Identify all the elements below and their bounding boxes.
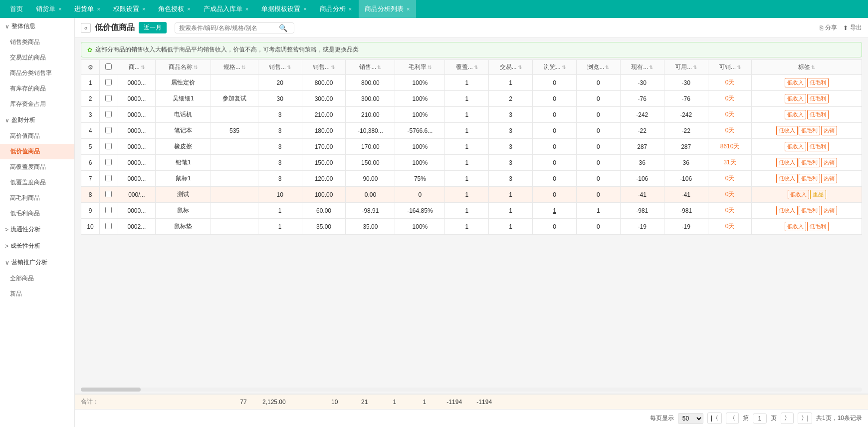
sort-icon[interactable]: ⇅	[287, 64, 291, 70]
sidebar-item-销售类商品[interactable]: 销售类商品	[0, 34, 74, 50]
sidebar-item-新品[interactable]: 新品	[0, 286, 74, 302]
col-header-trade[interactable]: 交易...⇅	[489, 60, 533, 75]
nav-item-首页[interactable]: 首页	[4, 0, 29, 18]
settings-icon[interactable]: ⚙	[88, 64, 93, 71]
scrollbar-thumb[interactable]	[81, 388, 141, 392]
filter-button[interactable]: 近一月	[139, 22, 167, 33]
nav-close-icon[interactable]: ×	[142, 6, 145, 12]
row-select-checkbox[interactable]	[105, 143, 112, 149]
row-select-checkbox[interactable]	[105, 191, 112, 197]
sort-icon[interactable]: ⇅	[241, 64, 245, 70]
row-select-checkbox[interactable]	[105, 175, 112, 181]
first-page-button[interactable]: |〈	[707, 413, 722, 424]
nav-item-角色授权[interactable]: 角色授权×	[152, 0, 196, 18]
col-header-sale2[interactable]: 销售...⇅	[302, 60, 346, 75]
sidebar-group-成长性分析[interactable]: >成长性分析	[0, 238, 74, 254]
search-icon[interactable]: 🔍	[279, 24, 287, 32]
col-header-browse2[interactable]: 浏览...⇅	[577, 60, 621, 75]
export-button[interactable]: ⬆ 导出	[843, 23, 862, 32]
sort-icon[interactable]: ⇅	[474, 64, 478, 70]
sort-icon[interactable]: ⇅	[141, 64, 145, 70]
nav-close-icon[interactable]: ×	[97, 6, 100, 12]
table-row: 30000...电话机3210.00210.00100%1300-242-242…	[81, 107, 862, 123]
nav-close-icon[interactable]: ×	[407, 6, 410, 12]
row-select-checkbox[interactable]	[105, 111, 112, 117]
sidebar-group-营销推广分析[interactable]: ∨营销推广分析	[0, 254, 74, 271]
row-select-checkbox[interactable]	[105, 207, 112, 213]
sidebar-item-高毛利商品[interactable]: 高毛利商品	[0, 190, 74, 206]
col-header-tags[interactable]: 标签⇅	[752, 60, 862, 75]
sidebar-item-低覆盖度商品[interactable]: 低覆盖度商品	[0, 175, 74, 190]
row-select-checkbox[interactable]	[105, 223, 112, 229]
row-select-checkbox[interactable]	[105, 159, 112, 165]
sidebar-item-低毛利商品[interactable]: 低毛利商品	[0, 206, 74, 221]
row-select-checkbox[interactable]	[105, 95, 112, 101]
select-all-checkbox[interactable]	[105, 63, 112, 70]
row-select-checkbox[interactable]	[105, 79, 112, 85]
sort-icon[interactable]: ⇅	[649, 64, 653, 70]
sidebar-item-商品分类销售率[interactable]: 商品分类销售率	[0, 65, 74, 81]
sidebar-item-高覆盖度商品[interactable]: 高覆盖度商品	[0, 159, 74, 175]
sidebar-item-低价值商品[interactable]: 低价值商品	[0, 144, 74, 159]
col-header-name[interactable]: 商品名称⇅	[156, 60, 211, 75]
col-header-grossRate[interactable]: 毛利率⇅	[395, 60, 445, 75]
nav-item-进货单[interactable]: 进货单×	[68, 0, 106, 18]
sidebar-group-整体信息[interactable]: ∨整体信息	[0, 18, 74, 34]
sort-icon[interactable]: ⇅	[605, 64, 609, 70]
sidebar-item-库存资金占用[interactable]: 库存资金占用	[0, 96, 74, 112]
col-header-checkbox[interactable]	[100, 60, 118, 75]
sidebar-item-交易过的商品[interactable]: 交易过的商品	[0, 50, 74, 65]
col-header-sale1[interactable]: 销售...⇅	[258, 60, 302, 75]
row-sale2: 150.00	[302, 155, 346, 171]
nav-close-icon[interactable]: ×	[349, 6, 352, 12]
tag-低毛利: 低毛利	[799, 174, 820, 183]
last-page-button[interactable]: 〉|	[798, 413, 812, 424]
nav-item-商品分析[interactable]: 商品分析×	[314, 0, 358, 18]
sort-icon[interactable]: ⇅	[518, 64, 522, 70]
sort-icon[interactable]: ⇅	[693, 64, 697, 70]
sidebar-group-盈财分析[interactable]: ∨盈财分析	[0, 112, 74, 128]
sidebar-item-全部商品[interactable]: 全部商品	[0, 271, 74, 286]
next-page-button[interactable]: 〉	[781, 413, 794, 424]
nav-item-商品分析列表[interactable]: 商品分析列表×	[359, 0, 416, 18]
sort-icon[interactable]: ⇅	[562, 64, 566, 70]
nav-close-icon[interactable]: ×	[245, 6, 248, 12]
per-page-select[interactable]: 50 100 200	[678, 413, 703, 424]
nav-close-icon[interactable]: ×	[303, 6, 306, 12]
browse-link[interactable]: 1	[553, 207, 556, 214]
sort-icon[interactable]: ⇅	[737, 64, 741, 70]
sidebar-group-流通性分析[interactable]: >流通性分析	[0, 221, 74, 238]
col-header-code[interactable]: 商...⇅	[118, 60, 156, 75]
col-header-current[interactable]: 现有...⇅	[620, 60, 664, 75]
prev-page-button[interactable]: 〈	[726, 413, 739, 424]
nav-item-产成品入库单[interactable]: 产成品入库单×	[198, 0, 254, 18]
sort-icon[interactable]: ⇅	[194, 64, 198, 70]
col-header-settings[interactable]: ⚙	[81, 60, 100, 75]
col-header-coverage[interactable]: 覆盖...⇅	[445, 60, 489, 75]
nav-close-icon[interactable]: ×	[58, 6, 61, 12]
sort-icon[interactable]: ⇅	[428, 64, 432, 70]
table-container[interactable]: ⚙商...⇅商品名称⇅规格...⇅销售...⇅销售...⇅销售...⇅毛利率⇅覆…	[75, 59, 868, 388]
collapse-sidebar-button[interactable]: «	[81, 23, 91, 33]
row-browse1: 0	[533, 75, 577, 91]
col-header-spec[interactable]: 规格...⇅	[211, 60, 258, 75]
nav-item-权限设置[interactable]: 权限设置×	[107, 0, 151, 18]
col-header-browse1[interactable]: 浏览...⇅	[533, 60, 577, 75]
nav-close-icon[interactable]: ×	[187, 6, 190, 12]
table-row: 10000...属性定价20800.00800.00100%1100-30-30…	[81, 75, 862, 91]
sidebar-item-高价值商品[interactable]: 高价值商品	[0, 128, 74, 144]
nav-item-销货单[interactable]: 销货单×	[30, 0, 67, 18]
search-input[interactable]	[179, 24, 279, 31]
share-button[interactable]: ⎘ 分享	[820, 23, 837, 32]
col-header-sale3[interactable]: 销售...⇅	[346, 60, 395, 75]
col-header-saleable[interactable]: 可销...⇅	[708, 60, 752, 75]
sidebar-item-有库存的商品[interactable]: 有库存的商品	[0, 81, 74, 96]
per-page-label: 每页显示	[650, 414, 674, 423]
sort-icon[interactable]: ⇅	[377, 64, 381, 70]
sort-icon[interactable]: ⇅	[331, 64, 335, 70]
col-header-available[interactable]: 可用...⇅	[664, 60, 708, 75]
nav-item-单据模板设置[interactable]: 单据模板设置×	[255, 0, 312, 18]
sort-icon[interactable]: ⇅	[811, 64, 815, 70]
horizontal-scrollbar[interactable]	[81, 388, 862, 392]
row-select-checkbox[interactable]	[105, 127, 112, 133]
